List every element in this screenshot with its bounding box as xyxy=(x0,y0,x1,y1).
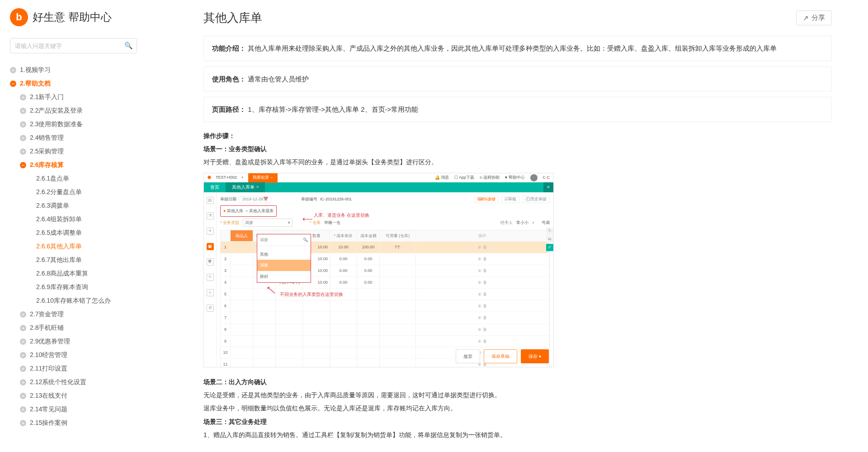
steps-head: 操作步骤： xyxy=(203,129,832,143)
save-button[interactable]: 保存 ▾ xyxy=(521,349,549,363)
nav-sub2-item[interactable]: 2.6.8商品成本重算 xyxy=(10,267,137,281)
nav-sub1-item[interactable]: 2.2产品安装及登录 xyxy=(10,104,137,118)
nav-label: 2.12系统个性化设置 xyxy=(30,378,86,386)
nav-sub1-item[interactable]: 2.7资金管理 xyxy=(10,308,137,321)
nav-label: 2.10经营管理 xyxy=(30,351,67,359)
nav-label: 2.6.3调拨单 xyxy=(36,202,69,210)
role-label: 使用角色： xyxy=(212,75,246,83)
dock-icon[interactable]: ✎ xyxy=(546,228,553,235)
tb-app[interactable]: ☐ App下载 xyxy=(454,173,474,182)
nav-label: 2.9优惠券管理 xyxy=(30,338,70,346)
tab-doc[interactable]: 其他入库单× xyxy=(226,182,265,192)
avatar[interactable] xyxy=(530,174,538,181)
nav-sub2-item[interactable]: 2.6.6其他入库单 xyxy=(10,240,137,253)
nav-sub2-item[interactable]: 2.6.1盘点单 xyxy=(10,172,137,186)
dd-search[interactable]: 调拨 🔍 xyxy=(257,234,311,246)
table-row[interactable]: 8⊕ 🗑 xyxy=(221,324,549,335)
nav-sub1-item[interactable]: 2.3使用前数据准备 xyxy=(10,118,137,131)
toolbar-hotkey[interactable]: ⌨ 快捷键 xyxy=(474,196,499,203)
plus-icon xyxy=(20,94,26,100)
table-row[interactable]: 7⊕ 🗑 xyxy=(221,312,549,324)
nav-sub1-item[interactable]: 2.1新手入门 xyxy=(10,90,137,104)
cancel-button[interactable]: 放弃 xyxy=(456,349,480,363)
tb-msg[interactable]: 🔔 消息 xyxy=(435,173,449,182)
toolbar-audit[interactable]: ☑ 审核 xyxy=(501,196,519,203)
plus-icon xyxy=(20,325,26,331)
dock-icon[interactable]: ⤢ xyxy=(546,244,553,251)
nav-top-item[interactable]: 2.帮助文档 xyxy=(10,77,137,90)
biztype-switch[interactable]: ● 其他入库 ○ 其他入库退库 xyxy=(220,205,277,217)
nav-label: 2.6.10库存账本错了怎么办 xyxy=(36,297,111,305)
nav-sub2-item[interactable]: 2.6.9库存账本查询 xyxy=(10,281,137,294)
nav-sub1-item[interactable]: 2.12系统个性化设置 xyxy=(10,376,137,389)
lastcol-btn[interactable]: 号调 xyxy=(542,219,550,227)
nav-label: 2.1新手入门 xyxy=(30,93,64,101)
biztype-label: * 业务类型 xyxy=(220,219,239,227)
share-button[interactable]: ↗ 分享 xyxy=(796,10,832,25)
draft-button[interactable]: 保存草稿 xyxy=(484,349,517,363)
toolbar-history[interactable]: 🕘 历史单据 xyxy=(522,196,550,203)
plus-icon xyxy=(20,135,26,141)
nav-sub1-item[interactable]: 2.10经营管理 xyxy=(10,348,137,362)
dd-item-selected[interactable]: 调拨 xyxy=(257,260,311,271)
docno-label: 单据编号 xyxy=(301,195,317,204)
tab-home[interactable]: 首页 xyxy=(204,182,226,192)
rail-icon-active[interactable]: ▣ xyxy=(207,243,214,250)
tb-remote[interactable]: ⎋ 远程协助 xyxy=(480,173,500,182)
user-name: C C xyxy=(543,173,550,182)
nav-sub1-item[interactable]: 2.13在线支付 xyxy=(10,389,137,403)
nav-label: 2.2产品安装及登录 xyxy=(30,107,83,115)
rail-icon[interactable]: ⚙ xyxy=(207,305,214,312)
nav-sub2-item[interactable]: 2.6.5成本调整单 xyxy=(10,226,137,240)
app-screenshot: ⬣ TEST-H002 ▾ 我要租赁→ 🔔 消息 ☐ App下载 ⎋ 远程协助 … xyxy=(203,173,554,367)
nav-label: 2.6.4组装拆卸单 xyxy=(36,215,82,224)
tb-help[interactable]: ♥ 帮助中心 xyxy=(505,173,525,182)
nav-top-item[interactable]: 1.视频学习 xyxy=(10,63,137,77)
close-all-icon[interactable]: × xyxy=(543,182,553,192)
plus-icon xyxy=(20,366,26,372)
nav-sub2-item[interactable]: 2.6.4组装拆卸单 xyxy=(10,213,137,226)
close-icon[interactable]: × xyxy=(256,183,259,191)
path-label: 页面路径： xyxy=(212,105,246,113)
table-row[interactable]: 9⊕ 🗑 xyxy=(221,335,549,347)
date-value[interactable]: 2019-12-26 📅 xyxy=(239,196,271,203)
role-text: 通常由仓管人员维护 xyxy=(248,75,309,83)
logo[interactable]: b 好生意 帮助中心 xyxy=(10,8,137,26)
nav-sub1-item[interactable]: 2.15操作案例 xyxy=(10,416,137,430)
footer-buttons: 放弃 保存草稿 保存 ▾ xyxy=(456,349,549,363)
rent-cta[interactable]: 我要租赁→ xyxy=(248,173,278,183)
handler-label: 经手人 xyxy=(500,219,513,227)
plus-icon xyxy=(20,311,26,318)
rail-icon[interactable]: ✎ xyxy=(207,274,214,281)
nav-sub2-item[interactable]: 2.6.2分量盘点单 xyxy=(10,186,137,199)
rail-icon[interactable]: ✈ xyxy=(207,228,214,235)
rail-icon[interactable]: ⚗ xyxy=(207,212,214,219)
biztype-dropdown[interactable]: 调拨 🔍 其他 调拨 拆封 xyxy=(257,234,311,283)
nav-sub1-item[interactable]: 2.14常见问题 xyxy=(10,403,137,416)
nav-label: 2.6.2分量盘点单 xyxy=(36,188,82,196)
nav-label: 2.6.8商品成本重算 xyxy=(36,270,88,278)
dd-item[interactable]: 其他 xyxy=(257,249,311,260)
search-input[interactable] xyxy=(10,38,137,53)
dd-item[interactable]: 拆封 xyxy=(257,271,311,282)
nav-sub1-item[interactable]: 2.4销售管理 xyxy=(10,131,137,145)
nav-sub2-item[interactable]: 2.6.3调拨单 xyxy=(10,199,137,213)
rail-icon[interactable]: ▤ xyxy=(207,197,214,204)
nav-sub2-item[interactable]: 2.6.10库存账本错了怎么办 xyxy=(10,294,137,308)
plus-icon xyxy=(20,338,26,345)
rail-icon[interactable]: ⛊ xyxy=(207,258,214,266)
nav-sub1-item[interactable]: 2.9优惠券管理 xyxy=(10,335,137,348)
biztype-select[interactable]: 调拨 ▾ xyxy=(243,219,292,227)
nav-sub1-item[interactable]: 2.11打印设置 xyxy=(10,362,137,376)
nav-label: 2.3使用前数据准备 xyxy=(30,120,83,128)
nav-sub1-item[interactable]: 2.6库存核算 xyxy=(10,158,137,172)
app-topbar: ⬣ TEST-H002 ▾ 我要租赁→ 🔔 消息 ☐ App下载 ⎋ 远程协助 … xyxy=(204,173,553,182)
nav-sub1-item[interactable]: 2.8手机旺铺 xyxy=(10,321,137,335)
rail-icon[interactable]: ≡ xyxy=(207,289,214,296)
search-icon[interactable]: 🔍 xyxy=(124,42,133,50)
plus-icon xyxy=(10,67,16,73)
nav-sub1-item[interactable]: 2.5采购管理 xyxy=(10,145,137,158)
nav-sub2-item[interactable]: 2.6.7其他出库单 xyxy=(10,253,137,267)
table-row[interactable]: 6⊕ 🗑 xyxy=(221,300,549,312)
dock-icon[interactable]: ⇆ xyxy=(546,236,553,243)
